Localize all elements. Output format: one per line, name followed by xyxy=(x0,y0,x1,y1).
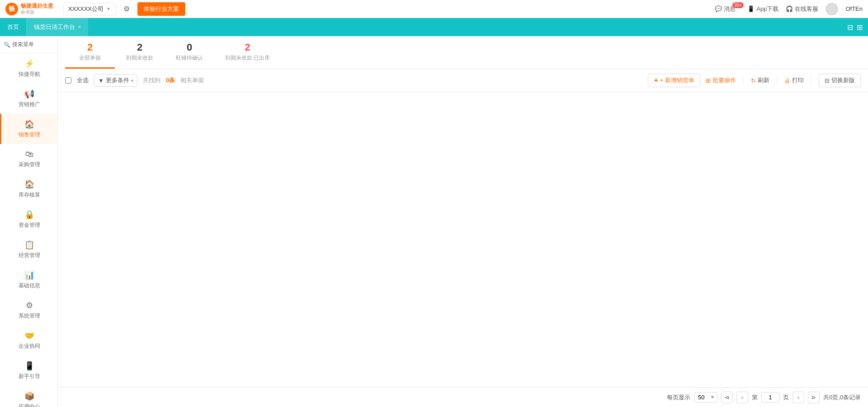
message-icon: 💬 xyxy=(715,5,722,12)
filter-icon: ▼ xyxy=(98,77,104,84)
sidebar-label-inventory: 库存核算 xyxy=(19,191,40,199)
trial-button[interactable]: 体验行业方案 xyxy=(137,2,185,16)
sidebar-label-operation: 经营管理 xyxy=(19,252,40,259)
sidebar-label-app-center: 应用中心 xyxy=(19,403,40,407)
found-suffix: 相关单据 xyxy=(180,76,204,84)
sales-icon: 🏠 xyxy=(24,119,34,129)
tab-close-icon[interactable]: × xyxy=(78,24,81,30)
per-page-label: 每页显示 xyxy=(667,393,690,402)
header-right: 💬 消息 99+ 📱 App下载 🎧 在线客服 OfTEn xyxy=(710,3,863,15)
sidebar-item-basic-info[interactable]: 📊 基础信息 xyxy=(0,265,57,295)
capital-icon: 🔒 xyxy=(24,210,34,220)
stat-tab-unshipped[interactable]: 2 到期未收款 已出库 xyxy=(214,36,281,69)
page-prefix: 第 xyxy=(752,393,758,402)
logo-sub: 标准版 xyxy=(21,9,53,15)
search-icon: 🔍 xyxy=(4,42,10,48)
chevron-down-icon: ▼ xyxy=(106,6,111,11)
refresh-label: 刷新 xyxy=(758,76,769,84)
guide-icon: 📱 xyxy=(24,361,34,371)
stat-label-unshipped: 到期未收款 已出库 xyxy=(225,54,270,62)
select-all-checkbox[interactable] xyxy=(65,77,71,84)
online-service-button[interactable]: 🎧 在线客服 xyxy=(786,5,818,13)
sidebar-label-capital: 资金管理 xyxy=(19,221,40,229)
switch-label: 切换新版 xyxy=(831,76,855,84)
found-prefix: 共找到 xyxy=(143,76,160,84)
minimize-icon[interactable]: ⊟ xyxy=(847,23,853,32)
user-name: OfTEn xyxy=(845,5,863,12)
tab-bar: 首页 钱货日清工作台 × ⊟ ⊞ xyxy=(0,18,868,36)
stat-num-overdue: 2 xyxy=(137,42,142,53)
system-icon: ⚙ xyxy=(26,300,33,310)
app-center-icon: 📦 xyxy=(24,391,34,401)
sidebar-item-operation[interactable]: 📋 经营管理 xyxy=(0,234,57,265)
batch-op-button[interactable]: ⊞ 批量操作 xyxy=(706,76,736,84)
sidebar-item-inventory[interactable]: 🏠 库存核算 xyxy=(0,174,57,204)
inventory-icon: 🏠 xyxy=(24,179,34,189)
stat-tab-wangpu[interactable]: 0 旺铺待确认 xyxy=(165,36,214,69)
next-page-button[interactable]: › xyxy=(793,392,804,403)
prev-page-button[interactable]: ‹ xyxy=(736,392,748,403)
sidebar-item-guide[interactable]: 📱 新手引导 xyxy=(0,356,57,386)
logo-main: 畅捷通好生意 xyxy=(21,3,53,9)
plus-icon: + xyxy=(654,76,658,84)
sidebar-item-marketing[interactable]: 📢 营销推广 xyxy=(0,84,57,114)
sidebar-label-quick-nav: 快捷导航 xyxy=(19,70,40,78)
sidebar-label-cooperation: 企业协同 xyxy=(19,342,40,350)
sidebar-item-quick-nav[interactable]: ⚡ 快捷导航 xyxy=(0,53,57,84)
tab-bar-actions: ⊟ ⊞ xyxy=(847,23,868,32)
sidebar: 🔍 搜索菜单 ⚡ 快捷导航 📢 营销推广 🏠 销售管理 🛍 采购管理 🏠 库存核… xyxy=(0,36,58,407)
toolbar-right: + + 新增销货单 ⊞ 批量操作 ↻ 刷新 🖨 打印 xyxy=(648,74,861,87)
first-page-button[interactable]: ⊲ xyxy=(721,392,733,403)
page-input[interactable] xyxy=(761,392,779,402)
stat-label-all: 全部单据 xyxy=(79,54,101,62)
stat-label-overdue: 到期未收款 xyxy=(126,54,153,62)
divider-1 xyxy=(743,77,744,84)
refresh-button[interactable]: ↻ 刷新 xyxy=(751,76,769,84)
maximize-icon[interactable]: ⊞ xyxy=(857,23,863,32)
pagination: 每页显示 50 100 200 ⊲ ‹ 第 页 › ⊳ 共0页,0条记录 xyxy=(58,387,868,407)
marketing-icon: 📢 xyxy=(24,89,34,99)
batch-icon: ⊞ xyxy=(706,77,711,84)
content-area: 2 全部单据 2 到期未收款 0 旺铺待确认 2 到期未收款 已出库 全选 ▼ xyxy=(58,36,868,407)
sidebar-item-cooperation[interactable]: 🤝 企业协同 xyxy=(0,325,57,356)
message-button[interactable]: 💬 消息 99+ xyxy=(710,5,740,13)
tab-label: 钱货日清工作台 xyxy=(34,23,75,31)
sidebar-item-capital[interactable]: 🔒 资金管理 xyxy=(0,204,57,234)
avatar[interactable] xyxy=(826,3,838,15)
switch-icon: ⊟ xyxy=(825,77,830,84)
sidebar-item-sales[interactable]: 🏠 销售管理 xyxy=(0,114,57,144)
company-name: XXXXXX公司 xyxy=(68,5,104,13)
last-page-button[interactable]: ⊳ xyxy=(808,392,820,403)
print-label: 打印 xyxy=(792,76,804,84)
stat-tab-all[interactable]: 2 全部单据 xyxy=(65,36,115,69)
new-sale-button[interactable]: + + 新增销货单 xyxy=(648,74,700,87)
per-page-select[interactable]: 50 100 200 xyxy=(694,392,717,402)
new-sale-label: + 新增销货单 xyxy=(660,76,694,84)
app-download-button[interactable]: 📱 App下载 xyxy=(747,5,778,13)
chevron-down-icon: ▾ xyxy=(131,78,133,83)
settings-icon[interactable]: ⚙ xyxy=(119,2,134,16)
stats-tabs: 2 全部单据 2 到期未收款 0 旺铺待确认 2 到期未收款 已出库 xyxy=(58,36,868,69)
page-suffix: 页 xyxy=(783,393,789,402)
tab-home[interactable]: 首页 xyxy=(0,18,27,36)
toolbar: 全选 ▼ 更多条件 ▾ 共找到 0条 相关单据 + + 新增销货单 ⊞ 批量操作 xyxy=(58,69,868,92)
filter-button[interactable]: ▼ 更多条件 ▾ xyxy=(94,74,137,87)
print-button[interactable]: 🖨 打印 xyxy=(784,76,804,84)
stat-tab-overdue[interactable]: 2 到期未收款 xyxy=(115,36,165,69)
sidebar-item-app-center[interactable]: 📦 应用中心 xyxy=(0,386,57,407)
tab-current[interactable]: 钱货日清工作台 × xyxy=(27,18,88,36)
filter-label: 更多条件 xyxy=(106,76,129,84)
search-menu[interactable]: 🔍 搜索菜单 xyxy=(0,36,57,53)
print-icon: 🖨 xyxy=(784,77,790,84)
app-download-label: App下载 xyxy=(756,5,778,13)
sidebar-item-purchase[interactable]: 🛍 采购管理 xyxy=(0,144,57,174)
switch-version-button[interactable]: ⊟ 切换新版 xyxy=(819,74,861,87)
top-header: 畅 畅捷通好生意 标准版 XXXXXX公司 ▼ ⚙ 体验行业方案 💬 消息 99… xyxy=(0,0,868,18)
sidebar-label-sales: 销售管理 xyxy=(19,131,40,139)
main-layout: 🔍 搜索菜单 ⚡ 快捷导航 📢 营销推广 🏠 销售管理 🛍 采购管理 🏠 库存核… xyxy=(0,36,868,407)
message-badge: 99+ xyxy=(732,2,744,8)
stat-label-wangpu: 旺铺待确认 xyxy=(176,54,203,62)
sidebar-item-system[interactable]: ⚙ 系统管理 xyxy=(0,295,57,325)
batch-label: 批量操作 xyxy=(712,76,736,84)
company-selector[interactable]: XXXXXX公司 ▼ xyxy=(63,3,116,15)
